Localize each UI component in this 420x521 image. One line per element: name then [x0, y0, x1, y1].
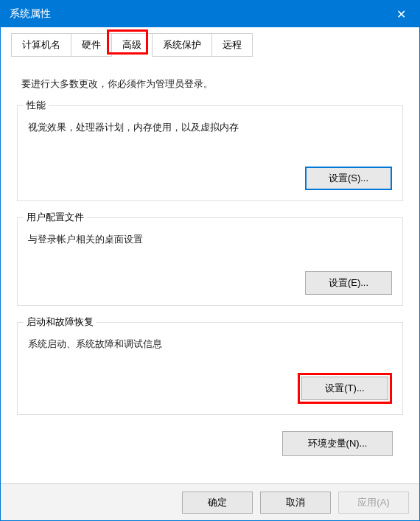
close-icon: ✕	[396, 7, 406, 21]
group-startup-recovery-desc: 系统启动、系统故障和调试信息	[28, 338, 392, 351]
titlebar: 系统属性 ✕	[1, 1, 419, 27]
ok-button[interactable]: 确定	[182, 492, 253, 514]
startup-recovery-settings-button[interactable]: 设置(T)...	[301, 377, 388, 400]
apply-button: 应用(A)	[338, 492, 409, 514]
user-profiles-button-row: 设置(E)...	[28, 271, 392, 295]
group-user-profiles: 用户配置文件 与登录帐户相关的桌面设置 设置(E)...	[17, 217, 403, 306]
tabs-row: 计算机名 硬件 高级 系统保护 远程	[1, 27, 419, 57]
performance-settings-button[interactable]: 设置(S)...	[305, 167, 392, 190]
group-performance-title: 性能	[24, 99, 49, 112]
tab-computer-name[interactable]: 计算机名	[11, 33, 71, 57]
admin-note: 要进行大多数更改，你必须作为管理员登录。	[21, 77, 399, 91]
group-startup-recovery: 启动和故障恢复 系统启动、系统故障和调试信息 设置(T)...	[17, 322, 403, 415]
tab-advanced[interactable]: 高级	[111, 33, 153, 57]
group-user-profiles-title: 用户配置文件	[24, 211, 87, 224]
tab-system-protection[interactable]: 系统保护	[152, 33, 212, 57]
tab-hardware[interactable]: 硬件	[71, 33, 112, 57]
env-vars-row: 环境变量(N)...	[17, 431, 403, 456]
group-user-profiles-desc: 与登录帐户相关的桌面设置	[28, 233, 392, 246]
cancel-button[interactable]: 取消	[260, 492, 331, 514]
group-performance: 性能 视觉效果，处理器计划，内存使用，以及虚拟内存 设置(S)...	[17, 105, 403, 201]
system-properties-window: 系统属性 ✕ 计算机名 硬件 高级 系统保护 远程 要进行大多数更改，你必须作为…	[0, 0, 420, 521]
highlight-startup-settings-button: 设置(T)...	[298, 373, 392, 404]
startup-recovery-button-row: 设置(T)...	[28, 373, 392, 404]
close-button[interactable]: ✕	[382, 1, 419, 27]
group-startup-recovery-title: 启动和故障恢复	[24, 315, 97, 329]
window-title: 系统属性	[10, 7, 51, 21]
environment-variables-button[interactable]: 环境变量(N)...	[282, 431, 393, 456]
user-profiles-settings-button[interactable]: 设置(E)...	[305, 271, 392, 295]
performance-button-row: 设置(S)...	[28, 167, 392, 190]
tab-content: 要进行大多数更改，你必须作为管理员登录。 性能 视觉效果，处理器计划，内存使用，…	[1, 57, 419, 462]
group-performance-desc: 视觉效果，处理器计划，内存使用，以及虚拟内存	[28, 121, 392, 134]
tab-remote[interactable]: 远程	[211, 33, 253, 57]
dialog-button-bar: 确定 取消 应用(A)	[1, 483, 419, 520]
